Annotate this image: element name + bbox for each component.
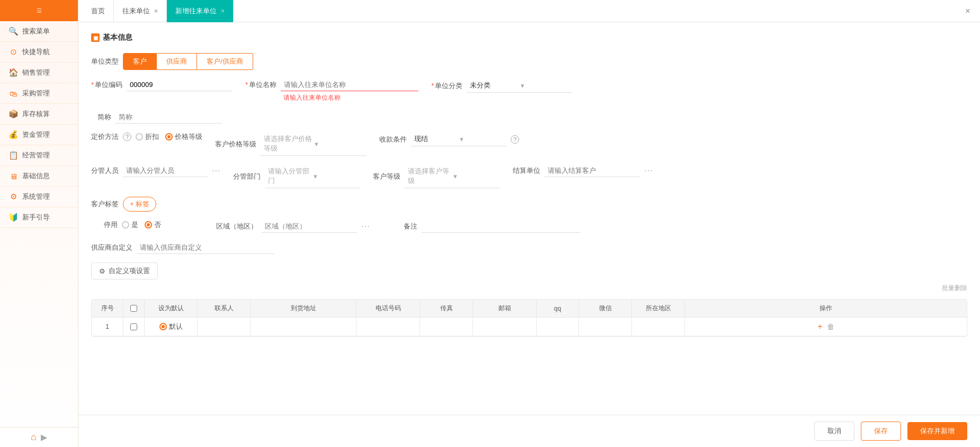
row-qq[interactable] <box>537 318 579 336</box>
region-dots[interactable]: ··· <box>361 222 370 231</box>
tab-partners[interactable]: 往来单位 × <box>114 0 167 22</box>
row-fax[interactable] <box>420 318 473 336</box>
tab-partners-close[interactable]: × <box>154 7 158 15</box>
btn-type-customer[interactable]: 客户 <box>123 53 157 70</box>
row-addr-input[interactable] <box>256 323 351 330</box>
row-ops: + 🗑 <box>685 318 967 336</box>
pricing-help-icon[interactable]: ? <box>123 133 131 141</box>
sales-icon: 🏠 <box>8 68 18 77</box>
short-name-input[interactable] <box>115 111 221 124</box>
btn-type-supplier[interactable]: 供应商 <box>157 53 197 70</box>
disable-radio-group: 是 否 <box>122 220 161 230</box>
search-icon: 🔍 <box>8 27 18 36</box>
row-checkbox[interactable] <box>130 323 137 330</box>
sidebar-logo: ☰ <box>0 0 78 21</box>
batch-delete-button[interactable]: 批量删除 <box>942 284 967 293</box>
unit-category-select[interactable]: 未分类 ▾ <box>467 78 573 93</box>
tab-home-label: 首页 <box>91 6 105 16</box>
save-new-button[interactable]: 保存并新增 <box>907 422 967 440</box>
row-wechat-input[interactable] <box>584 323 626 330</box>
row-fax-input[interactable] <box>425 323 467 330</box>
customer-price-level-label: 客户价格等级 <box>215 139 256 149</box>
unit-type-label: 单位类型 <box>91 57 119 66</box>
customer-price-level-select[interactable]: 请选择客户价格等级 ▾ <box>261 132 367 156</box>
row-region-input[interactable] <box>637 323 679 330</box>
payment-terms-select[interactable]: 现结 ▾ <box>411 132 506 146</box>
short-name-row: 简称 <box>91 111 967 124</box>
short-name-label: 简称 <box>97 112 111 122</box>
payment-terms-chevron: ▾ <box>460 135 503 143</box>
row-delete-button[interactable]: 🗑 <box>827 322 834 331</box>
row-tel[interactable] <box>357 318 420 336</box>
unit-code-input[interactable] <box>127 78 233 91</box>
row-qq-input[interactable] <box>542 323 573 330</box>
row-region[interactable] <box>632 318 685 336</box>
row-default-radio[interactable]: 默认 <box>159 322 183 331</box>
row-default: 默认 <box>145 318 198 336</box>
payment-terms-help-icon[interactable]: ? <box>511 135 519 144</box>
btn-type-both[interactable]: 客户/供应商 <box>197 53 253 70</box>
disable-region-row: 停用 是 否 区域（地区） ··· 备注 <box>91 220 967 233</box>
sidebar-expand-icon[interactable]: ▶ <box>41 432 47 442</box>
row-default-label: 默认 <box>169 322 183 331</box>
pricing-discount-radio[interactable]: 折扣 <box>136 132 159 142</box>
row-contact[interactable] <box>198 318 251 336</box>
sidebar-item-inventory[interactable]: 📦 库存核算 <box>0 104 78 125</box>
tab-new-partner[interactable]: 新增往来单位 × <box>167 0 234 22</box>
sidebar-item-basic[interactable]: 🖥 基础信息 <box>0 166 78 187</box>
tabbar-close-button[interactable]: × <box>960 3 976 19</box>
sidebar-item-purchase[interactable]: 🛍 采购管理 <box>0 83 78 104</box>
row-email[interactable] <box>473 318 537 336</box>
row-addr[interactable] <box>251 318 357 336</box>
supplier-custom-input[interactable] <box>137 241 274 254</box>
remark-input[interactable] <box>422 220 581 233</box>
sidebar-item-sales[interactable]: 🏠 销售管理 <box>0 63 78 83</box>
cancel-button[interactable]: 取消 <box>814 422 854 441</box>
tab-home[interactable]: 首页 <box>83 0 114 22</box>
short-name-group: 简称 <box>91 111 221 124</box>
settlement-unit-label: 结算单位 <box>513 166 540 176</box>
row-email-input[interactable] <box>478 323 531 330</box>
row-add-button[interactable]: + <box>817 322 822 331</box>
region-input[interactable] <box>262 220 357 233</box>
save-button[interactable]: 保存 <box>861 422 901 441</box>
row-tel-input[interactable] <box>362 323 414 330</box>
disable-no-radio[interactable]: 否 <box>145 220 161 230</box>
sidebar-item-quicknav[interactable]: ⊙ 快捷导航 <box>0 42 78 63</box>
add-tag-button[interactable]: + 标签 <box>123 197 156 212</box>
customer-level-select[interactable]: 请选择客户等级 ▾ <box>405 164 500 188</box>
sidebar-item-purchase-label: 采购管理 <box>22 89 50 98</box>
sidebar-item-operations[interactable]: 📋 经营管理 <box>0 145 78 166</box>
region-group: 区域（地区） ··· <box>216 220 370 233</box>
guide-icon: 🔰 <box>8 213 18 222</box>
row-contact-input[interactable] <box>203 323 245 330</box>
col-tel: 电话号码 <box>357 300 420 317</box>
settlement-unit-dots[interactable]: ··· <box>644 166 653 176</box>
col-region: 所在地区 <box>632 300 685 317</box>
disable-group: 停用 是 否 <box>91 220 161 230</box>
department-select[interactable]: 请输入分管部门 ▾ <box>265 164 360 188</box>
sidebar-item-system[interactable]: ⚙ 系统管理 <box>0 187 78 207</box>
tab-new-partner-label: 新增往来单位 <box>175 6 217 16</box>
unit-name-col: *单位名称 请输入往来单位名称 <box>245 78 418 102</box>
tab-new-partner-close[interactable]: × <box>221 7 225 15</box>
customer-tag-label: 客户标签 <box>91 199 119 209</box>
sidebar-item-finance-label: 资金管理 <box>22 130 50 139</box>
customer-price-level-placeholder: 请选择客户价格等级 <box>264 134 313 153</box>
col-check[interactable] <box>123 300 145 317</box>
custom-settings-button[interactable]: ⚙ 自定义项设置 <box>91 262 158 279</box>
sidebar-home-icon[interactable]: ⌂ <box>31 432 37 443</box>
header-checkbox[interactable] <box>130 305 137 312</box>
disable-yes-radio[interactable]: 是 <box>122 220 138 230</box>
sidebar-item-guide[interactable]: 🔰 新手引导 <box>0 207 78 228</box>
customer-price-level-group: 客户价格等级 请选择客户价格等级 ▾ <box>215 132 367 156</box>
unit-name-input[interactable] <box>281 78 418 91</box>
pricing-level-radio[interactable]: 价格等级 <box>165 132 202 142</box>
sidebar-item-search[interactable]: 🔍 搜索菜单 <box>0 21 78 42</box>
supervisor-input[interactable] <box>123 164 208 177</box>
supervisor-dots[interactable]: ··· <box>212 166 220 176</box>
settlement-unit-input[interactable] <box>545 164 640 177</box>
row-check[interactable] <box>123 318 145 336</box>
row-wechat[interactable] <box>579 318 632 336</box>
sidebar-item-finance[interactable]: 💰 资金管理 <box>0 125 78 145</box>
